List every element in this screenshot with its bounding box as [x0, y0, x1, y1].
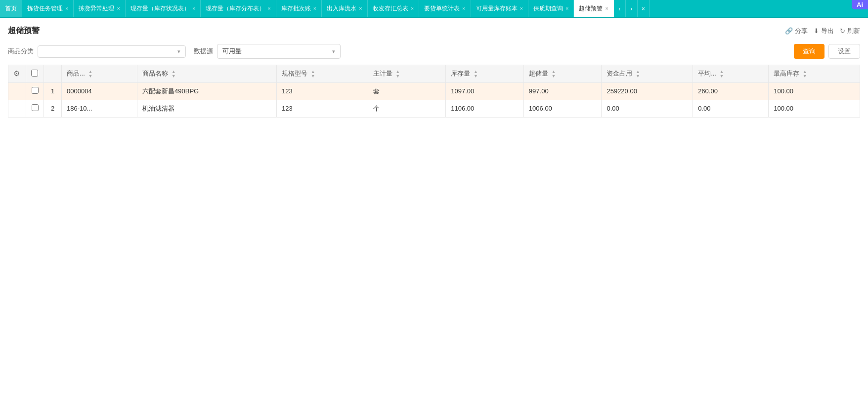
header-actions: 🔗 分享 ⬇ 导出 ↻ 刷新: [785, 27, 860, 36]
export-icon: ⬇: [814, 27, 819, 35]
nav-arrow-right[interactable]: ›: [626, 0, 638, 18]
ai-badge[interactable]: Ai: [852, 0, 868, 9]
th-row-num: [44, 65, 62, 83]
sort-icon: ▲▼: [172, 70, 176, 79]
td-capital: 259220.00: [602, 82, 693, 100]
filter-bar: 商品分类 ▾ 数据源 可用量 ▾ 查询 设置: [8, 44, 860, 59]
nav-tab-6[interactable]: 出入库流水 ×: [322, 0, 367, 18]
td-max-stock: 100.00: [769, 82, 860, 100]
td-checkbox[interactable]: [26, 82, 44, 100]
table-row: 2 186-10... 机油滤清器 123 个 1106.00 1006.00 …: [8, 100, 860, 117]
th-spec[interactable]: 规格型号 ▲▼: [277, 65, 368, 83]
th-capital[interactable]: 资金占用 ▲▼: [602, 65, 693, 83]
close-icon[interactable]: ×: [565, 6, 568, 11]
close-icon[interactable]: ×: [65, 6, 68, 11]
nav-tab-1[interactable]: 拣货任务管理 ×: [22, 0, 74, 18]
nav-tab-2[interactable]: 拣货异常处理 ×: [74, 0, 125, 18]
th-stock[interactable]: 库存量 ▲▼: [446, 65, 524, 83]
category-label: 商品分类: [8, 47, 34, 56]
select-all-checkbox[interactable]: [31, 70, 38, 77]
td-gear: [8, 100, 26, 117]
nav-tab-9[interactable]: 可用量库存账本 ×: [471, 0, 528, 18]
td-spec: 123: [277, 100, 368, 117]
close-icon[interactable]: ×: [267, 6, 270, 11]
sort-icon: ▲▼: [803, 70, 807, 79]
share-button[interactable]: 🔗 分享: [785, 27, 808, 36]
close-icon[interactable]: ×: [192, 6, 195, 11]
nav-tab-4[interactable]: 现存量（库存分布表） ×: [201, 0, 276, 18]
page-content: 超储预警 🔗 分享 ⬇ 导出 ↻ 刷新 商品分类 ▾ 数据源: [0, 18, 868, 395]
th-unit-label: 主计量: [373, 70, 392, 77]
nav-tab-5[interactable]: 库存批次账 ×: [276, 0, 322, 18]
sort-icon: ▲▼: [636, 70, 640, 79]
td-gear: [8, 82, 26, 100]
th-max-stock[interactable]: 最高库存 ▲▼: [769, 65, 860, 83]
td-max-stock: 100.00: [769, 100, 860, 117]
th-checkbox: [26, 65, 44, 83]
nav-tab-label: 拣货任务管理: [27, 4, 63, 13]
refresh-button[interactable]: ↻ 刷新: [840, 27, 860, 36]
nav-tab-label: 现存量（库存分布表）: [206, 4, 265, 13]
th-product-name-label: 商品名称: [142, 70, 168, 77]
td-product-code: 0000004: [62, 82, 137, 100]
category-select[interactable]: ▾: [38, 45, 186, 58]
nav-tab-label: 收发存汇总表: [373, 4, 408, 13]
nav-tab-10[interactable]: 保质期查询 ×: [528, 0, 574, 18]
th-product-code[interactable]: 商品... ▲▼: [62, 65, 137, 83]
nav-tab-label: 超储预警: [579, 4, 603, 13]
close-icon[interactable]: ×: [411, 6, 414, 11]
nav-tab-label: 出入库流水: [327, 4, 356, 13]
nav-tab-label: 保质期查询: [533, 4, 563, 13]
nav-tab-8[interactable]: 要货单统计表 ×: [419, 0, 471, 18]
nav-tab-label: 拣货异常处理: [79, 4, 114, 13]
gear-icon[interactable]: ⚙: [13, 69, 20, 78]
td-capital: 0.00: [602, 100, 693, 117]
td-avg: 260.00: [693, 82, 769, 100]
category-filter-group: 商品分类 ▾: [8, 45, 186, 58]
nav-tab-11[interactable]: 超储预警 ×: [574, 0, 613, 18]
th-product-name[interactable]: 商品名称 ▲▼: [137, 65, 277, 83]
td-checkbox[interactable]: [26, 100, 44, 117]
th-avg[interactable]: 平均... ▲▼: [693, 65, 769, 83]
td-avg: 0.00: [693, 100, 769, 117]
sort-icon: ▲▼: [551, 70, 556, 79]
sort-icon: ▲▼: [311, 70, 315, 79]
export-button[interactable]: ⬇ 导出: [814, 27, 834, 36]
row-checkbox[interactable]: [32, 104, 39, 111]
nav-tab-label: 首页: [5, 4, 17, 13]
nav-arrow-left[interactable]: ‹: [614, 0, 626, 18]
datasource-label: 数据源: [194, 47, 213, 56]
td-product-name: 机油滤清器: [137, 100, 277, 117]
query-button[interactable]: 查询: [794, 44, 825, 59]
close-icon[interactable]: ×: [520, 6, 523, 11]
td-stock: 1106.00: [446, 100, 524, 117]
close-icon[interactable]: ×: [117, 6, 120, 11]
chevron-down-icon: ▾: [332, 48, 335, 55]
close-icon[interactable]: ×: [359, 6, 362, 11]
close-icon[interactable]: ×: [462, 6, 465, 11]
datasource-select[interactable]: 可用量 ▾: [217, 44, 341, 59]
nav-tab-home[interactable]: 首页: [0, 0, 22, 18]
th-product-code-label: 商品...: [67, 70, 85, 77]
nav-close-all[interactable]: ×: [638, 0, 650, 18]
td-spec: 123: [277, 82, 368, 100]
td-stock: 1097.00: [446, 82, 524, 100]
settings-button[interactable]: 设置: [828, 44, 860, 59]
th-max-stock-label: 最高库存: [774, 70, 799, 77]
th-spec-label: 规格型号: [282, 70, 307, 77]
row-checkbox[interactable]: [32, 87, 39, 94]
export-label: 导出: [821, 27, 834, 36]
close-icon[interactable]: ×: [605, 6, 608, 11]
nav-tab-7[interactable]: 收发存汇总表 ×: [368, 0, 419, 18]
td-overstock: 997.00: [523, 82, 602, 100]
nav-tab-label: 库存批次账: [281, 4, 311, 13]
th-capital-label: 资金占用: [607, 70, 632, 77]
th-unit[interactable]: 主计量 ▲▼: [368, 65, 446, 83]
nav-tab-3[interactable]: 现存量（库存状况表） ×: [126, 0, 201, 18]
page-title: 超储预警: [8, 26, 40, 36]
td-product-name: 六配套新昌490BPG: [137, 82, 277, 100]
close-icon[interactable]: ×: [313, 6, 316, 11]
sort-icon: ▲▼: [474, 70, 478, 79]
th-overstock[interactable]: 超储量 ▲▼: [523, 65, 602, 83]
sort-icon: ▲▼: [720, 70, 724, 79]
